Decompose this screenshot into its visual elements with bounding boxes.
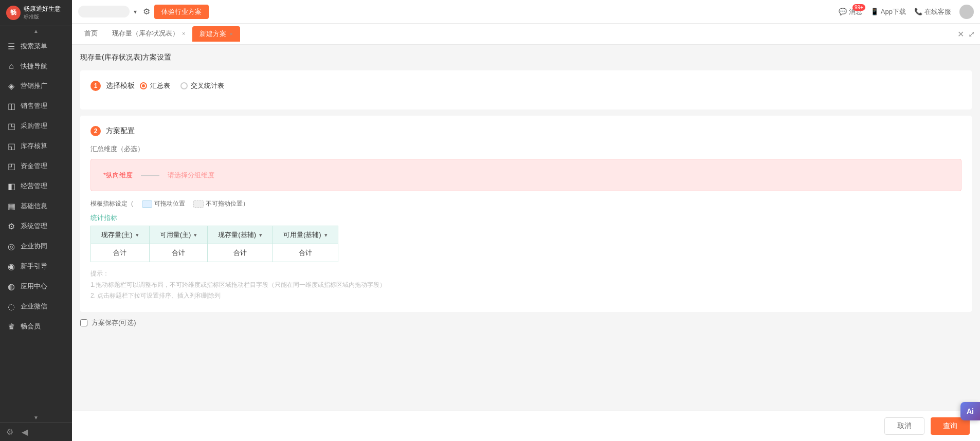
wave-icon: ◉ bbox=[6, 262, 16, 271]
tab-inventory-close[interactable]: × bbox=[182, 30, 185, 36]
col-chevron-1[interactable]: ▾ bbox=[194, 232, 197, 238]
sidebar-item-sales[interactable]: ◫ 销售管理 bbox=[0, 96, 72, 116]
dimension-box[interactable]: *纵向维度 —— 请选择分组维度 bbox=[90, 159, 961, 191]
indicator-label-text: 模板指标设定（ bbox=[90, 199, 134, 208]
online-service-btn[interactable]: 📞 在线客服 bbox=[914, 7, 951, 16]
section1-panel: 1 选择模板 汇总表 交叉统计表 bbox=[80, 70, 972, 109]
app-download-btn[interactable]: 📱 App下载 bbox=[870, 7, 906, 16]
close-btn[interactable]: ✕ bbox=[957, 29, 964, 39]
col-header-1[interactable]: 可用量(主) ▾ bbox=[149, 226, 208, 244]
save-checkbox[interactable] bbox=[80, 319, 87, 326]
indicator-section: 模板指标设定（ 可拖动位置 不可拖动位置） 统计指标 bbox=[90, 199, 961, 262]
settings-icon[interactable]: ⚙ bbox=[6, 427, 13, 437]
section2-title: 方案配置 bbox=[106, 126, 135, 136]
service-icon: 📞 bbox=[914, 8, 922, 15]
sidebar-item-label: 新手引导 bbox=[21, 262, 47, 271]
tabs-bar: 首页 现存量（库存状况表） × 新建方案 × ✕ ⤢ bbox=[72, 24, 980, 45]
sidebar-item-marketing[interactable]: ◈ 营销推广 bbox=[0, 76, 72, 96]
tab-home-label: 首页 bbox=[84, 29, 98, 38]
sidebar-item-guide[interactable]: ◉ 新手引导 bbox=[0, 256, 72, 277]
crown-icon: ♛ bbox=[6, 322, 16, 332]
section1-header: 1 选择模板 汇总表 交叉统计表 bbox=[90, 81, 961, 91]
cell-sum-0: 合计 bbox=[91, 244, 150, 262]
grid-icon: ▦ bbox=[6, 201, 16, 211]
sidebar-item-member[interactable]: ♛ 畅会员 bbox=[0, 317, 72, 337]
sidebar-item-label: 经营管理 bbox=[21, 181, 47, 191]
dimension-arrow: —— bbox=[141, 170, 159, 180]
topbar-dropdown[interactable]: ▾ bbox=[134, 8, 137, 15]
sidebar-scroll-down[interactable]: ▼ bbox=[0, 412, 72, 422]
main-area: ▾ ⚙ 体验行业方案 💬 消息 99+ 📱 App下载 📞 在线客服 首页 bbox=[72, 0, 980, 441]
col-name-0: 现存量(主) bbox=[101, 230, 133, 240]
dimension-placeholder: 请选择分组维度 bbox=[168, 171, 214, 180]
section1-num: 1 bbox=[90, 81, 101, 91]
section1-title: 选择模板 bbox=[106, 81, 135, 90]
sidebar-item-enterprise[interactable]: ◎ 企业协同 bbox=[0, 236, 72, 256]
page-title: 现存量(库存状况表)方案设置 bbox=[80, 53, 972, 62]
sidebar-item-label: 搜索菜单 bbox=[21, 42, 47, 51]
radio-crosstab-label: 交叉统计表 bbox=[191, 81, 224, 90]
legend-fixed: 不可拖动位置） bbox=[193, 199, 249, 208]
sidebar-item-label: 快捷导航 bbox=[21, 62, 47, 71]
col-chevron-3[interactable]: ▾ bbox=[324, 232, 328, 238]
tab-new-close[interactable]: × bbox=[229, 31, 232, 37]
gear-icon: ⚙ bbox=[6, 222, 16, 231]
ai-fab-button[interactable]: Ai bbox=[960, 402, 980, 420]
indicator-label-row: 模板指标设定（ 可拖动位置 不可拖动位置） bbox=[90, 199, 961, 208]
tab-home[interactable]: 首页 bbox=[77, 24, 105, 44]
gift-icon: ◈ bbox=[6, 81, 16, 91]
dimension-field-label: 汇总维度（必选） bbox=[90, 144, 961, 154]
content-area: 现存量(库存状况表)方案设置 1 选择模板 汇总表 交叉统计表 bbox=[72, 45, 980, 411]
sidebar-item-weixin[interactable]: ◌ 企业微信 bbox=[0, 297, 72, 317]
col-chevron-2[interactable]: ▾ bbox=[259, 232, 262, 238]
cancel-button[interactable]: 取消 bbox=[884, 417, 924, 435]
radio-crosstab[interactable]: 交叉统计表 bbox=[180, 81, 224, 90]
sidebar-item-finance[interactable]: ◰ 资金管理 bbox=[0, 156, 72, 176]
industry-btn[interactable]: 体验行业方案 bbox=[154, 5, 209, 19]
expand-btn[interactable]: ⤢ bbox=[968, 29, 975, 39]
sidebar-item-management[interactable]: ◧ 经营管理 bbox=[0, 176, 72, 196]
col-chevron-0[interactable]: ▾ bbox=[136, 232, 139, 238]
sidebar-scroll-up[interactable]: ▲ bbox=[0, 26, 72, 36]
sidebar-item-quicknav[interactable]: ⌂ 快捷导航 bbox=[0, 57, 72, 76]
tab-inventory[interactable]: 现存量（库存状况表） × bbox=[105, 24, 192, 44]
box-icon: ◱ bbox=[6, 141, 16, 151]
save-label: 方案保存(可选) bbox=[92, 318, 136, 327]
sidebar-item-appstore[interactable]: ◍ 应用中心 bbox=[0, 277, 72, 297]
tip-2: 2. 点击标题栏下拉可设置排序、插入列和删除列 bbox=[90, 290, 961, 302]
sidebar-item-basicinfo[interactable]: ▦ 基础信息 bbox=[0, 196, 72, 216]
clipboard-icon: ◧ bbox=[6, 181, 16, 191]
section2-header: 2 方案配置 bbox=[90, 126, 961, 136]
section2-num: 2 bbox=[90, 126, 101, 136]
cell-sum-2: 合计 bbox=[208, 244, 273, 262]
sidebar-item-system[interactable]: ⚙ 系统管理 bbox=[0, 216, 72, 236]
radio-summary[interactable]: 汇总表 bbox=[140, 81, 170, 90]
cart-icon: ◳ bbox=[6, 121, 16, 131]
topbar-gear-icon[interactable]: ⚙ bbox=[143, 7, 150, 16]
sidebar-item-search[interactable]: ☰ 搜索菜单 bbox=[0, 36, 72, 57]
sidebar-menu: ☰ 搜索菜单 ⌂ 快捷导航 ◈ 营销推广 ◫ 销售管理 ◳ 采购管理 ◱ 库存核… bbox=[0, 36, 72, 412]
sidebar-item-purchase[interactable]: ◳ 采购管理 bbox=[0, 116, 72, 136]
col-header-3[interactable]: 可用量(基辅) ▾ bbox=[273, 226, 338, 244]
collapse-icon[interactable]: ◀ bbox=[22, 427, 28, 437]
avatar[interactable] bbox=[959, 5, 974, 19]
sidebar-item-label: 库存核算 bbox=[21, 141, 47, 151]
search-menu-icon: ☰ bbox=[6, 42, 16, 51]
sidebar-item-label: 企业协同 bbox=[21, 242, 47, 251]
cell-sum-1: 合计 bbox=[149, 244, 208, 262]
sidebar-item-label: 应用中心 bbox=[21, 282, 47, 291]
sidebar-item-inventory[interactable]: ◱ 库存核算 bbox=[0, 136, 72, 156]
col-header-0[interactable]: 现存量(主) ▾ bbox=[91, 226, 150, 244]
tab-new-plan[interactable]: 新建方案 × bbox=[192, 26, 240, 42]
sidebar-item-label: 基础信息 bbox=[21, 201, 47, 211]
message-btn[interactable]: 💬 消息 99+ bbox=[839, 7, 862, 16]
chart-icon: ◫ bbox=[6, 101, 16, 111]
radio-crosstab-circle bbox=[180, 82, 188, 89]
handshake-icon: ◎ bbox=[6, 242, 16, 251]
section2-panel: 2 方案配置 汇总维度（必选） *纵向维度 —— 请选择分组维度 模板指标设定（… bbox=[80, 116, 972, 312]
sidebar-item-label: 营销推广 bbox=[21, 81, 47, 90]
topbar: ▾ ⚙ 体验行业方案 💬 消息 99+ 📱 App下载 📞 在线客服 bbox=[72, 0, 980, 24]
col-header-2[interactable]: 现存量(基辅) ▾ bbox=[208, 226, 273, 244]
sidebar-item-label: 系统管理 bbox=[21, 222, 47, 231]
app-label: App下载 bbox=[881, 7, 906, 16]
